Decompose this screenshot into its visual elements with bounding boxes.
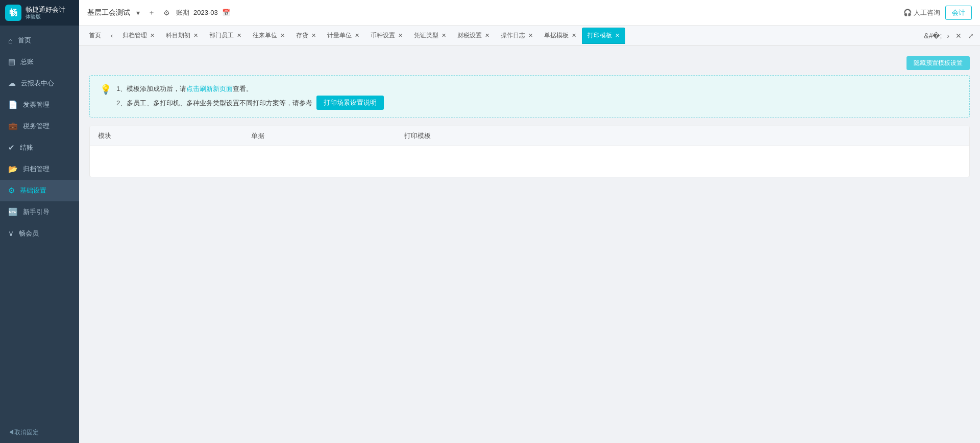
refresh-link[interactable]: 点击刷新新页面 [186, 85, 233, 92]
info-line2-text: 2、多员工、多打印机、多种业务类型设置不同打印方案等，请参考 [116, 97, 312, 109]
human-service-button[interactable]: 🎧 人工咨询 [903, 8, 940, 17]
data-table: 模块 单据 打印模板 [89, 126, 970, 177]
sidebar-item-archive[interactable]: 📂 归档管理 [0, 158, 79, 180]
lightbulb-icon: 💡 [100, 84, 111, 95]
tab-operation-log[interactable]: 操作日志 ✕ [495, 28, 538, 44]
sidebar-item-label: 总账 [20, 57, 34, 66]
sidebar-item-ledger[interactable]: ▤ 总账 [0, 51, 79, 73]
sidebar-item-label: 新手引导 [23, 207, 50, 217]
tab-voucher-type[interactable]: 凭证类型 ✕ [408, 28, 452, 44]
tab-close-icon[interactable]: ✕ [485, 32, 489, 39]
sidebar-item-invoice[interactable]: 📄 发票管理 [0, 94, 79, 115]
tab-label: 币种设置 [371, 31, 395, 40]
table-col-print-template: 打印模板 [396, 126, 969, 146]
tab-close-icon[interactable]: ✕ [280, 32, 285, 39]
tab-single-form[interactable]: 单据模板 ✕ [538, 28, 582, 44]
sidebar-item-label: 首页 [18, 36, 31, 45]
sidebar-item-checkout[interactable]: ✔ 结账 [0, 137, 79, 158]
tab-label: 操作日志 [501, 31, 525, 40]
ledger-icon: ▤ [8, 57, 15, 66]
settings-gear-icon[interactable]: ⚙ [161, 8, 172, 18]
table-header: 模块 单据 打印模板 [90, 126, 969, 146]
cancel-pin-button[interactable]: ◀︎取消固定 [0, 422, 79, 443]
tab-label: 科目期初 [166, 31, 190, 40]
period-label: 账期 [176, 8, 189, 17]
tab-prev-button[interactable]: &#�; [922, 31, 944, 41]
home-icon: ⌂ [8, 36, 13, 45]
sidebar-item-tax[interactable]: 💼 税务管理 [0, 115, 79, 137]
tab-next-button[interactable]: › [945, 31, 951, 41]
tab-nav-arrows: &#�; › ✕ ⤢ [922, 31, 976, 41]
tab-label: 计量单位 [327, 31, 352, 40]
hide-preview-button[interactable]: 隐藏预置模板设置 [906, 56, 970, 70]
invoice-icon: 📄 [8, 100, 18, 109]
tab-archive-mgmt[interactable]: 归档管理 ✕ [117, 28, 160, 44]
sidebar-item-label: 归档管理 [23, 165, 50, 174]
tab-close-icon[interactable]: ✕ [311, 32, 316, 39]
tab-measure-unit[interactable]: 计量单位 ✕ [322, 28, 365, 44]
info-line1-suffix: 查看。 [233, 85, 253, 92]
tab-label: 部门员工 [209, 31, 234, 40]
tab-dept-staff[interactable]: 部门员工 ✕ [204, 28, 247, 44]
dropdown-icon[interactable]: ▾ [134, 8, 142, 18]
tab-currency[interactable]: 币种设置 ✕ [365, 28, 408, 44]
scene-setting-button[interactable]: 打印场景设置说明 [316, 96, 384, 110]
checkout-icon: ✔ [8, 143, 15, 152]
tab-close-icon[interactable]: ✕ [572, 32, 576, 39]
sidebar-item-basic[interactable]: ⚙ 基础设置 [0, 180, 79, 201]
sidebar-item-guide[interactable]: 🆕 新手引导 [0, 201, 79, 223]
headset-icon: 🎧 [903, 9, 912, 16]
tab-home[interactable]: 首页 [83, 28, 107, 44]
table-body-empty [90, 146, 969, 177]
add-icon[interactable]: ＋ [146, 7, 157, 18]
topbar-left: 基层工会测试 ▾ ＋ ⚙ 账期 2023-03 📅 [87, 7, 230, 18]
sidebar: 畅 畅捷通好会计 体验版 ⌂ 首页 ▤ 总账 ☁ 云报表中心 📄 发票管理 💼 … [0, 0, 79, 443]
tab-close-icon[interactable]: ✕ [150, 32, 155, 39]
sidebar-nav: ⌂ 首页 ▤ 总账 ☁ 云报表中心 📄 发票管理 💼 税务管理 ✔ 结账 📂 归… [0, 26, 79, 422]
tab-close-all-button[interactable]: ✕ [952, 31, 965, 41]
tab-label: 归档管理 [122, 31, 147, 40]
tab-close-icon[interactable]: ✕ [398, 32, 403, 39]
tab-label: 凭证类型 [414, 31, 438, 40]
guide-icon: 🆕 [8, 207, 18, 217]
calendar-icon[interactable]: 📅 [222, 9, 230, 16]
tab-home-label: 首页 [89, 31, 101, 40]
tab-print-template[interactable]: 打印模板 ✕ [582, 28, 625, 44]
tax-icon: 💼 [8, 122, 18, 131]
tab-close-icon[interactable]: ✕ [615, 32, 620, 39]
tab-label: 单据模板 [544, 31, 569, 40]
tab-tax-setting[interactable]: 财税设置 ✕ [452, 28, 495, 44]
info-box: 💡 1、模板添加成功后，请点击刷新新页面查看。 2、多员工、多打印机、多种业务类… [89, 75, 970, 118]
tab-expand-button[interactable]: ⤢ [966, 31, 976, 41]
sidebar-item-label: 结账 [20, 143, 33, 152]
tab-partner[interactable]: 往来单位 ✕ [247, 28, 290, 44]
tab-close-icon[interactable]: ✕ [237, 32, 241, 39]
logo-line1: 畅捷通好会计 [26, 6, 65, 14]
info-line1-prefix: 1、模板添加成功后，请 [116, 85, 186, 92]
tab-label: 打印模板 [587, 31, 612, 40]
period-value: 2023-03 [193, 9, 218, 16]
info-line2-wrapper: 2、多员工、多打印机、多种业务类型设置不同打印方案等，请参考 打印场景设置说明 [116, 96, 959, 110]
logo-line2: 体验版 [26, 14, 65, 20]
table-col-module: 模块 [90, 126, 243, 146]
tab-inventory[interactable]: 存货 ✕ [290, 28, 322, 44]
sidebar-item-label: 畅会员 [19, 229, 39, 238]
topbar-actions: 🎧 人工咨询 会计 [903, 6, 972, 20]
sidebar-item-label: 基础设置 [20, 186, 46, 195]
info-line1: 1、模板添加成功后，请点击刷新新页面查看。 [116, 83, 959, 95]
sidebar-item-label: 云报表中心 [21, 79, 54, 88]
sidebar-item-member[interactable]: ∨ 畅会员 [0, 223, 79, 244]
logo-text: 畅捷通好会计 体验版 [26, 6, 65, 20]
table-col-form: 单据 [243, 126, 396, 146]
human-service-label: 人工咨询 [914, 8, 940, 17]
tab-close-icon[interactable]: ✕ [442, 32, 446, 39]
content-area: 隐藏预置模板设置 💡 1、模板添加成功后，请点击刷新新页面查看。 2、多员工、多… [79, 46, 980, 443]
sidebar-item-home[interactable]: ⌂ 首页 [0, 30, 79, 51]
tab-close-icon[interactable]: ✕ [193, 32, 198, 39]
tab-close-icon[interactable]: ✕ [355, 32, 359, 39]
sidebar-item-reports[interactable]: ☁ 云报表中心 [0, 73, 79, 94]
tab-subject-init[interactable]: 科目期初 ✕ [160, 28, 204, 44]
kuaiji-button[interactable]: 会计 [945, 6, 972, 20]
tab-close-icon[interactable]: ✕ [528, 32, 533, 39]
main-area: 基层工会测试 ▾ ＋ ⚙ 账期 2023-03 📅 🎧 人工咨询 会计 首页 ‹… [79, 0, 980, 443]
